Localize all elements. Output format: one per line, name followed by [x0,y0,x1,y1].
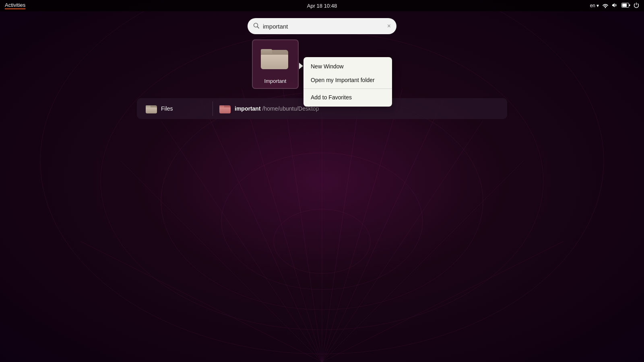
svg-line-5 [322,80,362,362]
svg-line-3 [282,80,322,362]
system-clock: Apr 18 10:48 [307,3,337,9]
svg-line-1 [201,101,322,362]
results-section-files: Files [140,100,213,117]
search-bar: × [248,18,396,34]
svg-line-11 [80,241,322,362]
system-tray: en ▾ [590,2,639,9]
files-section-label: Files [161,105,173,112]
wifi-icon [602,2,609,9]
svg-line-2 [242,88,322,362]
svg-line-9 [121,161,322,362]
result-file-icon [219,104,231,113]
context-menu-add-favorites[interactable]: Add to Favorites [303,90,392,104]
svg-point-13 [274,209,370,274]
chevron-down-icon: ▾ [597,3,599,8]
search-icon [253,23,260,30]
power-icon[interactable] [634,2,639,9]
svg-point-15 [161,93,483,310]
svg-line-12 [322,241,564,362]
svg-line-22 [258,27,259,28]
search-clear-button[interactable]: × [387,23,391,30]
svg-line-10 [322,161,523,362]
context-menu-divider [303,88,392,89]
language-indicator[interactable]: en ▾ [590,3,599,8]
search-container: × [248,18,396,34]
app-icon-important[interactable]: Important [252,39,299,89]
volume-icon [612,2,618,9]
svg-line-7 [322,101,443,362]
topbar: Activities Apr 18 10:48 en ▾ [0,0,644,11]
app-icon-label: Important [264,78,287,84]
app-icon-area: Important New Window Open my Important f… [252,39,392,107]
svg-point-14 [221,153,423,290]
arrow-connector [299,60,303,72]
context-menu-open-folder[interactable]: Open my Important folder [303,73,392,87]
svg-line-8 [322,121,483,362]
search-input[interactable] [263,23,384,30]
activities-button[interactable]: Activities [5,2,25,9]
svg-rect-20 [629,4,630,6]
svg-line-0 [161,121,322,362]
battery-icon [621,3,630,9]
svg-rect-19 [622,4,627,7]
folder-icon-graphic [261,46,290,75]
svg-line-6 [322,88,402,362]
context-menu-new-window[interactable]: New Window [303,60,392,73]
files-section-icon [146,104,157,113]
context-menu: New Window Open my Important folder Add … [303,57,392,107]
